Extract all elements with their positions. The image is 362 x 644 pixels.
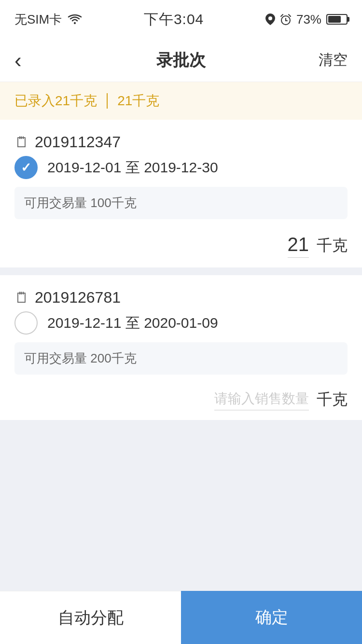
quantity-row-2: 请输入销售数量 千克: [0, 381, 362, 420]
section-divider-2: [0, 420, 362, 428]
location-icon: [265, 14, 275, 25]
clear-button[interactable]: 清空: [319, 50, 348, 70]
quantity-row-1: 21 千克: [0, 226, 362, 267]
batch-header-1: 🗒 2019112347: [0, 120, 362, 156]
info-label: 已录入21千克: [14, 92, 97, 110]
radio-button-2[interactable]: [14, 311, 38, 335]
back-button[interactable]: ‹: [14, 48, 43, 72]
batch-date-row-1[interactable]: ✓ 2019-12-01 至 2019-12-30: [0, 156, 362, 187]
svg-point-1: [268, 16, 272, 20]
batch-id-2: 2019126781: [35, 289, 121, 307]
doc-icon-2: 🗒: [14, 290, 29, 306]
batch-date-1: 2019-12-01 至 2019-12-30: [47, 158, 218, 178]
quantity-unit-1: 千克: [317, 235, 348, 256]
quantity-underline-2: 请输入销售数量: [214, 390, 309, 410]
check-mark-1: ✓: [21, 160, 31, 175]
radio-button-1[interactable]: ✓: [14, 156, 38, 179]
batch-available-2: 可用交易量 200千克: [14, 342, 348, 375]
sim-text: 无SIM卡: [14, 11, 62, 28]
batch-item-2: 🗒 2019126781 2019-12-11 至 2020-01-09 可用交…: [0, 275, 362, 420]
page-title: 录批次: [156, 49, 206, 71]
quantity-underline-1: 21: [288, 234, 309, 258]
empty-area: [0, 428, 362, 611]
svg-point-0: [74, 22, 76, 24]
status-left: 无SIM卡: [14, 11, 82, 28]
batch-date-row-2[interactable]: 2019-12-11 至 2020-01-09: [0, 311, 362, 342]
battery-percent: 73%: [296, 12, 321, 27]
alarm-icon: [280, 14, 292, 25]
info-value: 21千克: [117, 92, 159, 110]
nav-bar: ‹ 录批次 清空: [0, 39, 362, 82]
info-banner: 已录入21千克 21千克: [0, 82, 362, 120]
status-time: 下午3:04: [144, 10, 204, 29]
batch-header-2: 🗒 2019126781: [0, 275, 362, 311]
bottom-buttons: 自动分配 确定: [0, 591, 362, 644]
confirm-button[interactable]: 确定: [181, 591, 362, 644]
batch-available-1: 可用交易量 100千克: [14, 187, 348, 219]
section-divider: [0, 267, 362, 275]
quantity-placeholder-2: 请输入销售数量: [214, 390, 309, 408]
doc-icon-1: 🗒: [14, 134, 29, 151]
batch-date-2: 2019-12-11 至 2020-01-09: [47, 313, 218, 333]
battery-icon: [326, 14, 348, 25]
wifi-icon: [68, 14, 82, 25]
batch-item-1: 🗒 2019112347 ✓ 2019-12-01 至 2019-12-30 可…: [0, 120, 362, 267]
quantity-unit-2: 千克: [317, 389, 348, 410]
info-divider: [107, 93, 108, 109]
batch-id-1: 2019112347: [35, 133, 121, 151]
quantity-value-1: 21: [288, 234, 309, 255]
auto-distribute-button[interactable]: 自动分配: [0, 591, 181, 644]
status-right: 73%: [265, 12, 348, 27]
status-bar: 无SIM卡 下午3:04 73%: [0, 0, 362, 39]
